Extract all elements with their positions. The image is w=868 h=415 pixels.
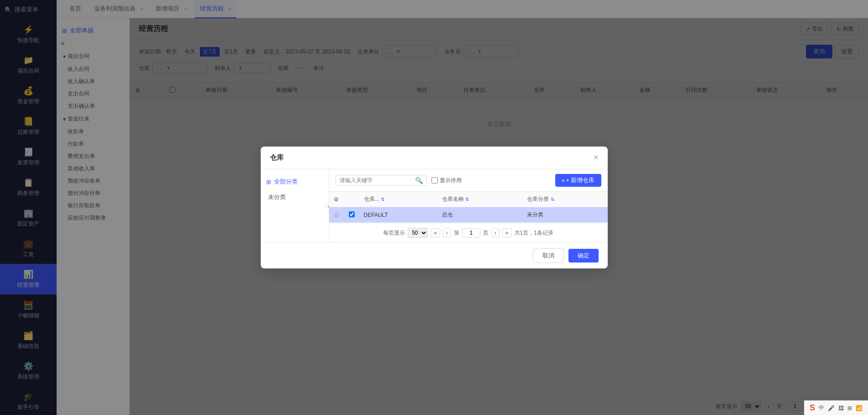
modal-overlay: 仓库 × ⊞ 全部分类 未分类 ◀	[0, 0, 868, 415]
modal-close-button[interactable]: ×	[594, 153, 599, 163]
modal-footer: 取消 确定	[261, 242, 608, 268]
row-code-cell: DEFAULT	[359, 207, 438, 223]
sort-name-icon: ⇅	[465, 197, 469, 202]
show-disabled-container: 显示停用	[431, 177, 462, 184]
row-name-cell: 总仓	[437, 207, 522, 223]
taskbar: S 中 🎤 🖼 ⊞ 📶	[804, 400, 868, 415]
modal-body: ⊞ 全部分类 未分类 ◀ 🔍	[261, 169, 608, 242]
modal-pagination: 每页显示 50 « ‹ 第 页 › » 共1页，1条记录	[329, 223, 608, 242]
row-category-cell: 未分类	[522, 207, 607, 223]
modal-page-size-select[interactable]: 50	[408, 228, 428, 238]
modal-toolbar: 🔍 显示停用 + + 新增仓库	[329, 169, 608, 192]
cancel-button[interactable]: 取消	[533, 248, 564, 263]
modal-col-gear: ⚙	[329, 192, 344, 207]
modal-col-check	[344, 192, 359, 207]
taskbar-mic-icon[interactable]: 🎤	[828, 405, 835, 411]
add-icon: +	[562, 177, 565, 184]
show-disabled-checkbox[interactable]	[431, 177, 438, 184]
taskbar-logo: S	[810, 403, 815, 413]
sort-category-icon: ⇅	[551, 197, 554, 202]
table-row[interactable]: ⚙ DEFAULT 总仓 未分类	[329, 207, 608, 223]
all-categories-item[interactable]: ⊞ 全部分类	[261, 174, 329, 189]
uncategorized-item[interactable]: 未分类	[261, 189, 329, 205]
modal-table-area: ⚙ 仓库... ⇅ 仓库名称 ⇅	[329, 192, 608, 223]
taskbar-grid-icon[interactable]: ⊞	[847, 405, 852, 411]
collapse-left-panel-btn[interactable]: ◀	[324, 201, 329, 210]
modal-page-input[interactable]	[462, 228, 480, 237]
modal-right-panel: 🔍 显示停用 + + 新增仓库	[329, 169, 608, 242]
taskbar-label: 中	[819, 404, 824, 412]
grid-icon-modal: ⊞	[266, 179, 271, 185]
confirm-button[interactable]: 确定	[568, 249, 599, 263]
modal-header: 仓库 ×	[261, 147, 608, 169]
row-check-cell	[344, 207, 359, 223]
modal-search-box[interactable]: 🔍	[336, 175, 427, 186]
modal-col-category: 仓库分类 ⇅	[522, 192, 607, 207]
sort-code-icon: ⇅	[381, 197, 384, 202]
modal-prev-page-btn[interactable]: ‹	[443, 228, 451, 237]
modal-next-page-btn[interactable]: ›	[491, 228, 500, 237]
modal-search-input[interactable]	[340, 177, 412, 184]
modal-col-name: 仓库名称 ⇅	[437, 192, 522, 207]
row-checkbox[interactable]	[349, 211, 355, 217]
modal-last-page-btn[interactable]: »	[502, 228, 512, 237]
taskbar-img-icon[interactable]: 🖼	[838, 405, 844, 411]
modal-col-code: 仓库... ⇅	[359, 192, 438, 207]
modal-title: 仓库	[270, 153, 284, 162]
collapse-left-icon: ◀	[327, 204, 329, 209]
modal-table: ⚙ 仓库... ⇅ 仓库名称 ⇅	[329, 192, 608, 223]
modal-first-page-btn[interactable]: «	[431, 228, 440, 237]
modal-left-panel: ⊞ 全部分类 未分类 ◀	[261, 169, 329, 242]
modal-search-icon: 🔍	[415, 177, 423, 184]
row-settings-icon[interactable]: ⚙	[334, 211, 340, 219]
taskbar-wifi-icon: 📶	[856, 405, 863, 411]
warehouse-modal: 仓库 × ⊞ 全部分类 未分类 ◀	[261, 147, 608, 268]
row-gear-cell: ⚙	[329, 207, 344, 223]
add-warehouse-button[interactable]: + + 新增仓库	[555, 174, 601, 187]
